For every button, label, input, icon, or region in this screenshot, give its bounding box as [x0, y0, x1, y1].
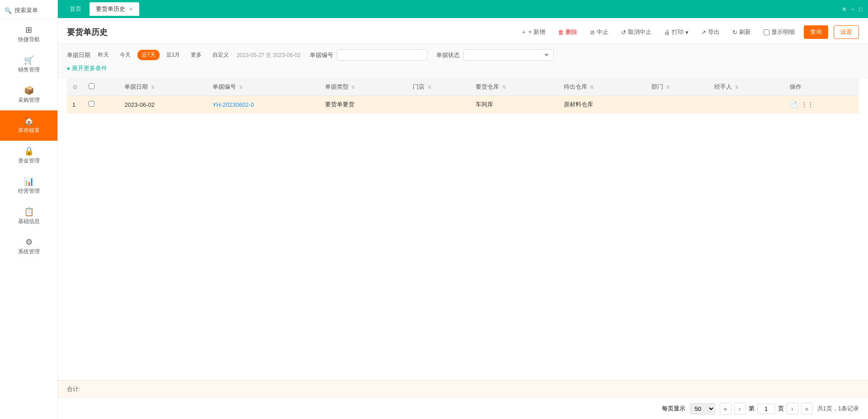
sort-handler-icon[interactable]: ⇅	[735, 85, 739, 90]
summary-footer: 合计:	[58, 380, 868, 398]
th-date: 单据日期 ⇅	[119, 78, 207, 96]
th-store: 门店 ⇅	[407, 78, 470, 96]
query-button[interactable]: 查询	[804, 25, 828, 39]
sidebar-item-basic[interactable]: 📋 基础信息	[0, 201, 57, 232]
row-date: 2023-06-02	[119, 96, 207, 114]
page-size-select[interactable]: 50 100 200	[690, 403, 715, 414]
row-checkbox	[83, 96, 119, 114]
date-btn-yesterday[interactable]: 昨天	[94, 50, 113, 60]
print-button[interactable]: 🖨 打印 ▾	[660, 26, 692, 38]
total-info: 共1页，1条记录	[817, 405, 859, 413]
sidebar-item-inventory[interactable]: 🏠 库存核算	[0, 110, 57, 141]
date-btn-more[interactable]: 更多	[187, 50, 206, 60]
query-label: 查询	[810, 28, 822, 36]
first-page-btn[interactable]: «	[720, 403, 731, 414]
date-range-display: 2023-05-27 至 2023-06-02	[236, 52, 300, 59]
gear-icon[interactable]: ⚙	[72, 84, 78, 90]
sidebar-search[interactable]: 🔍 搜索菜单	[0, 0, 57, 19]
sidebar-search-label: 搜索菜单	[14, 6, 38, 14]
delete-label: 删除	[566, 28, 577, 36]
row-order-type: 要货单要货	[320, 96, 408, 114]
date-btn-today[interactable]: 今天	[116, 50, 135, 60]
sidebar-item-quick-nav[interactable]: ⊞ 快捷导航	[0, 19, 57, 50]
tab-history[interactable]: 要货单历史 ✕	[90, 2, 139, 16]
purchase-icon: 📦	[24, 86, 34, 95]
row-handler	[709, 96, 784, 114]
sort-dept-icon[interactable]: ⇅	[666, 85, 670, 90]
new-label: + 新增	[528, 28, 545, 36]
inventory-icon: 🏠	[24, 117, 34, 125]
cancel-stop-button[interactable]: ↺ 取消中止	[618, 26, 655, 38]
table-body: 1 2023-06-02 YH-20230602-0 要货单要货 车间库 原材料…	[67, 96, 859, 114]
date-btn-custom[interactable]: 自定义	[208, 50, 233, 60]
next-page-btn[interactable]: ›	[787, 403, 798, 414]
window-close-btn[interactable]: ✕	[842, 6, 847, 13]
status-filter: 单据状态	[436, 49, 554, 61]
sidebar-item-label: 基础信息	[18, 218, 40, 225]
display-detail-label: 显示明细	[771, 28, 795, 36]
order-no-input[interactable]	[337, 49, 427, 61]
finance-icon: 🔒	[24, 147, 34, 155]
topbar-controls: ✕ − □	[842, 6, 863, 13]
tab-home[interactable]: 首页	[63, 2, 88, 16]
sort-type-icon[interactable]: ⇅	[351, 85, 355, 90]
select-all-checkbox[interactable]	[89, 83, 94, 89]
row-more-btn[interactable]: ⋮⋮	[801, 101, 814, 108]
window-minimize-btn[interactable]: −	[851, 6, 855, 13]
sidebar: 🔍 搜索菜单 ⊞ 快捷导航 🛒 销售管理 📦 采购管理 🏠 库存核算 🔒 资金管…	[0, 0, 58, 419]
row-req-warehouse: 车间库	[470, 96, 558, 114]
sidebar-item-label: 采购管理	[18, 96, 40, 104]
page-num-input[interactable]	[757, 404, 775, 414]
sidebar-item-finance[interactable]: 🔒 资金管理	[0, 141, 57, 171]
row-action-btns: 📄 ⋮⋮	[790, 101, 854, 108]
row-select-checkbox[interactable]	[89, 101, 94, 107]
th-checkbox	[83, 78, 119, 96]
date-btn-1month[interactable]: 近1月	[162, 50, 184, 60]
settings-button[interactable]: 设置	[834, 25, 859, 39]
expand-more-btn[interactable]: ▾ 展开更多条件	[67, 64, 859, 72]
table-header-row: ⚙ 单据日期 ⇅ 单据编号 ⇅	[67, 78, 859, 96]
row-edit-btn[interactable]: 📄	[790, 101, 797, 108]
sidebar-item-system[interactable]: ⚙ 系统管理	[0, 232, 57, 262]
sort-reqwh-icon[interactable]: ⇅	[502, 85, 506, 90]
new-button[interactable]: ＋ + 新增	[517, 26, 549, 38]
display-detail-checkbox[interactable]	[764, 29, 769, 35]
topbar: 首页 要货单历史 ✕ ✕ − □	[58, 0, 868, 18]
sidebar-item-label: 经营管理	[18, 187, 40, 195]
expand-more-icon: ▾	[67, 65, 70, 72]
status-select[interactable]	[463, 49, 554, 61]
row-store	[407, 96, 470, 114]
order-no-link[interactable]: YH-20230602-0	[212, 101, 254, 108]
window-maximize-btn[interactable]: □	[859, 6, 863, 13]
page-nav: « ‹ 第 页 › »	[720, 403, 813, 414]
sidebar-item-operation[interactable]: 📊 经营管理	[0, 171, 57, 201]
sidebar-item-label: 库存核算	[18, 127, 40, 134]
sort-store-icon[interactable]: ⇅	[428, 85, 431, 90]
sort-orderno-icon[interactable]: ⇅	[239, 85, 243, 90]
export-button[interactable]: ↗ 导出	[698, 26, 723, 38]
date-btn-7days[interactable]: 近7天	[137, 50, 160, 60]
date-options: 昨天 今天 近7天 近1月 更多 自定义	[94, 50, 233, 60]
sort-pendwh-icon[interactable]: ⇅	[590, 85, 594, 90]
page-title: 要货单历史	[67, 27, 108, 38]
delete-icon: 🗑	[558, 29, 564, 36]
sidebar-item-purchase[interactable]: 📦 采购管理	[0, 80, 57, 110]
quick-nav-icon: ⊞	[25, 26, 32, 34]
sidebar-item-sales[interactable]: 🛒 销售管理	[0, 50, 57, 80]
delete-button[interactable]: 🗑 删除	[554, 26, 581, 38]
tab-close-icon[interactable]: ✕	[129, 6, 133, 12]
th-settings[interactable]: ⚙	[67, 78, 83, 96]
stop-button[interactable]: ⊘ 中止	[586, 26, 612, 38]
prev-page-btn[interactable]: ‹	[734, 403, 746, 414]
sidebar-item-label: 系统管理	[18, 248, 40, 256]
data-table: ⚙ 单据日期 ⇅ 单据编号 ⇅	[67, 78, 859, 114]
sort-date-icon[interactable]: ⇅	[151, 85, 155, 90]
print-label: 打印	[672, 28, 684, 36]
th-department: 部门 ⇅	[646, 78, 709, 96]
page-header: 要货单历史 ＋ + 新增 🗑 删除 ⊘ 中止 ↺ 取消中止	[58, 18, 868, 44]
last-page-btn[interactable]: »	[801, 403, 813, 414]
row-order-no: YH-20230602-0	[207, 96, 320, 114]
table-area: ⚙ 单据日期 ⇅ 单据编号 ⇅	[58, 78, 868, 380]
display-detail-toggle[interactable]: 显示明细	[760, 26, 798, 38]
refresh-button[interactable]: ↻ 刷新	[729, 26, 755, 38]
